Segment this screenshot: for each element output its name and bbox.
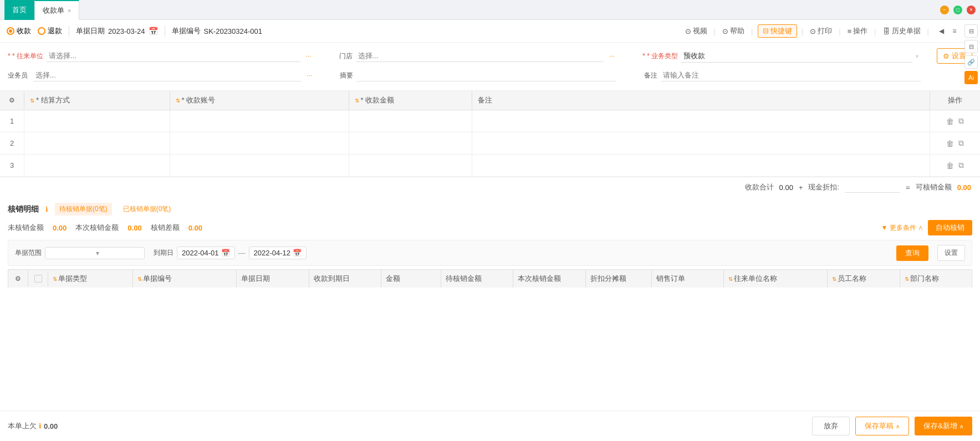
- sort-staff-icon[interactable]: ⇅: [832, 276, 836, 282]
- more-conditions-button[interactable]: ▼ 更多条件 ∧: [881, 223, 923, 233]
- row-jine-2[interactable]: [349, 132, 472, 154]
- ai-panel-btn[interactable]: Ai: [964, 71, 978, 84]
- staff-input[interactable]: [33, 69, 301, 81]
- bth-date: 单据日期: [237, 270, 309, 288]
- tab-close-icon[interactable]: ×: [68, 7, 71, 14]
- th-shouzhang-label: * 收款账号: [182, 95, 216, 105]
- row-shouzhang-1[interactable]: [170, 110, 349, 132]
- bth-checkbox[interactable]: [28, 271, 48, 286]
- row-shouzhang-2[interactable]: [170, 132, 349, 154]
- video-label: 视频: [693, 26, 707, 36]
- total-value: 0.00: [779, 183, 793, 192]
- range-field: 单据范围 ▾: [15, 247, 145, 259]
- store-input[interactable]: [356, 50, 604, 62]
- radio-receipt[interactable]: 收款: [7, 26, 31, 36]
- partner-label: * 往来单位: [8, 52, 43, 61]
- row-jiesuan-1[interactable]: [24, 110, 170, 132]
- date-to-input[interactable]: 2022-04-12 📅: [249, 247, 307, 259]
- biz-type-arrow[interactable]: ▾: [916, 53, 918, 59]
- bth-type-label: 单据类型: [58, 274, 87, 284]
- range-select[interactable]: ▾: [45, 247, 145, 259]
- panel-btn-3[interactable]: 🔗: [964, 55, 978, 69]
- tab-home-label: 首页: [12, 5, 27, 15]
- help-label: 帮助: [730, 26, 744, 36]
- unverified-label: 未核销金额: [8, 223, 44, 233]
- bth-pending: 待核销金额: [441, 270, 513, 288]
- row-shouzhang-3[interactable]: [170, 155, 349, 176]
- date-to-value: 2022-04-12: [254, 249, 291, 257]
- row-beizhu-1[interactable]: [472, 110, 930, 132]
- sort-shouzhang-icon[interactable]: ⇅: [176, 98, 180, 104]
- store-more-icon[interactable]: ···: [609, 52, 615, 60]
- sort-company-icon[interactable]: ⇅: [728, 276, 733, 282]
- bth-amount: 金额: [381, 270, 441, 288]
- table-header: ⚙ ⇅ * 结算方式 ⇅ * 收款账号 ⇅ * 收款金额 备注 操作: [0, 91, 980, 110]
- date-from-input[interactable]: 2022-04-01 📅: [177, 247, 235, 259]
- panel-btn-2[interactable]: ⊟: [964, 40, 978, 53]
- date-label: 单据日期: [76, 26, 105, 36]
- delete-icon-1[interactable]: 🗑: [946, 117, 954, 126]
- query-button[interactable]: 查询: [896, 245, 928, 261]
- divider-2: [165, 25, 165, 37]
- list-view-icon[interactable]: ≡: [949, 25, 960, 37]
- radio-refund[interactable]: 退款: [38, 26, 62, 36]
- settings-button[interactable]: 设置: [937, 245, 965, 261]
- panel-btn-1[interactable]: ⊟: [964, 24, 978, 38]
- video-action[interactable]: ⊙ 视频: [683, 26, 710, 36]
- sort-type-icon[interactable]: ⇅: [53, 276, 57, 282]
- help-action[interactable]: ⊙ 帮助: [720, 26, 747, 36]
- partner-more-icon[interactable]: ···: [306, 52, 312, 60]
- prev-icon[interactable]: ◀: [936, 25, 947, 37]
- maximize-button[interactable]: □: [953, 6, 962, 14]
- summary-input[interactable]: [356, 69, 616, 81]
- row-beizhu-3[interactable]: [472, 155, 930, 176]
- tab-home[interactable]: 首页: [4, 0, 34, 20]
- th-beizhu: 备注: [472, 91, 930, 110]
- row-jiesuan-3[interactable]: [24, 155, 170, 176]
- staff-more-icon[interactable]: ···: [307, 71, 312, 79]
- main-content: 收款 退款 单据日期 2023-03-24 📅 单据编号 SK-20230324…: [0, 20, 980, 441]
- delete-icon-2[interactable]: 🗑: [946, 139, 954, 148]
- tab-done[interactable]: 已核销单据(0笔): [119, 203, 176, 216]
- th-settings[interactable]: ⚙: [0, 92, 24, 109]
- sort-dept-icon[interactable]: ⇅: [905, 276, 909, 282]
- discount-input[interactable]: [845, 182, 900, 193]
- minimize-button[interactable]: −: [940, 6, 949, 14]
- footer-info-icon[interactable]: ℹ: [39, 422, 42, 430]
- bth-staff: ⇅ 员工名称: [828, 270, 900, 288]
- header-checkbox[interactable]: [34, 275, 42, 283]
- partner-input[interactable]: [47, 50, 300, 62]
- shortcut-button[interactable]: ⊟ 快捷键: [758, 24, 797, 38]
- row-jine-1[interactable]: [349, 110, 472, 132]
- tab-receipt[interactable]: 收款单 ×: [34, 0, 79, 20]
- history-action[interactable]: 🗄 历史单据: [881, 26, 923, 36]
- close-button[interactable]: ×: [967, 6, 976, 14]
- save-new-button[interactable]: 保存&新增 ∧: [915, 417, 972, 435]
- calendar-from-icon: 📅: [221, 249, 230, 257]
- row-jine-3[interactable]: [349, 155, 472, 176]
- due-label: 到期日: [154, 248, 173, 258]
- table-row: 2 🗑 ⧉: [0, 132, 980, 155]
- print-action[interactable]: ⊙ 打印: [808, 26, 834, 36]
- row-jiesuan-2[interactable]: [24, 132, 170, 154]
- toolbar-right: ⊙ 视频 | ⊙ 帮助 | ⊟ 快捷键 | ⊙ 打印 | ≡ 操作 |: [683, 24, 973, 38]
- bth-settings[interactable]: ⚙: [8, 271, 28, 286]
- info-icon[interactable]: ℹ: [45, 206, 48, 213]
- sort-num-icon[interactable]: ⇅: [137, 276, 142, 282]
- sort-jiesuan-icon[interactable]: ⇅: [30, 98, 34, 104]
- row-beizhu-2[interactable]: [472, 132, 930, 154]
- sort-jine-icon[interactable]: ⇅: [355, 98, 359, 104]
- print-icon: ⊙: [810, 27, 816, 35]
- bottom-table-header: ⚙ ⇅ 单据类型 ⇅ 单据编号 单据日期 收款到期日 金额 待核销金额: [8, 269, 972, 288]
- auto-verify-button[interactable]: 自动核销: [928, 220, 972, 235]
- calendar-icon[interactable]: 📅: [149, 27, 158, 35]
- abandon-button[interactable]: 放弃: [812, 417, 850, 435]
- operate-action[interactable]: ≡ 操作: [845, 26, 870, 36]
- tab-pending[interactable]: 待核销单据(0笔): [55, 203, 112, 216]
- tab-receipt-label: 收款单: [43, 6, 64, 16]
- bth-date-label: 单据日期: [241, 274, 270, 284]
- save-draft-button[interactable]: 保存草稿 ∧: [855, 417, 909, 435]
- remark-input[interactable]: [661, 69, 921, 81]
- radio-group: 收款 退款: [7, 26, 62, 36]
- delete-icon-3[interactable]: 🗑: [946, 161, 954, 170]
